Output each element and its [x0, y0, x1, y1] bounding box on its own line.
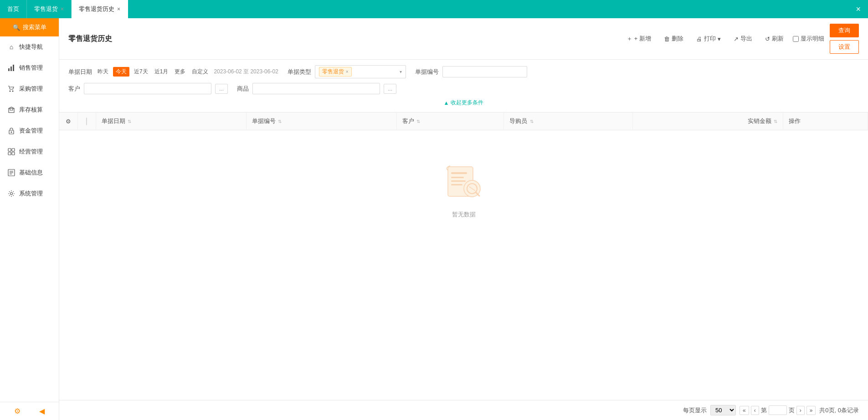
- top-bar: 首页 零售退货 × 零售退货历史 × ×: [0, 0, 868, 18]
- box-icon: [7, 106, 15, 114]
- tab-retail-return-history[interactable]: 零售退货历史 ×: [72, 0, 128, 18]
- data-table: ⚙ 单据日期 ⇅ 单据编号 ⇅: [59, 113, 868, 130]
- doc-type-select[interactable]: 零售退货 × ▾: [315, 65, 406, 78]
- sidebar-search[interactable]: 🔍 搜索菜单: [0, 18, 59, 36]
- empty-state: 暂无数据: [59, 130, 868, 246]
- table-check-header[interactable]: [77, 113, 96, 130]
- goods-input[interactable]: [252, 83, 380, 94]
- customer-ellipsis-btn[interactable]: ...: [215, 84, 228, 94]
- doc-type-tag-close[interactable]: ×: [346, 69, 349, 74]
- show-detail-checkbox[interactable]: 显示明细: [793, 35, 824, 43]
- customer-input[interactable]: [84, 83, 211, 94]
- svg-point-16: [10, 193, 13, 195]
- tab-retail-return[interactable]: 零售退货 ×: [27, 0, 72, 18]
- tab-retail-return-history-close[interactable]: ×: [117, 6, 120, 12]
- doc-type-label: 单据类型: [288, 68, 311, 76]
- first-page-btn[interactable]: «: [740, 406, 749, 415]
- query-button[interactable]: 查询: [830, 24, 859, 37]
- page-suffix: 页: [789, 406, 795, 415]
- info-icon: [7, 169, 15, 177]
- col-doc-no-sort: ⇅: [278, 119, 282, 124]
- svg-rect-0: [8, 68, 10, 71]
- date-opt-7days[interactable]: 近7天: [132, 67, 150, 77]
- sidebar-item-finance-label: 资金管理: [19, 127, 43, 135]
- doc-no-filter-item: 单据编号: [415, 66, 527, 77]
- last-page-btn[interactable]: »: [806, 406, 816, 415]
- svg-rect-10: [8, 152, 11, 155]
- svg-rect-19: [451, 177, 464, 178]
- tab-retail-return-label: 零售退货: [34, 5, 58, 13]
- collapse-button[interactable]: ▲ 收起更多条件: [444, 99, 484, 107]
- col-doc-no[interactable]: 单据编号 ⇅: [246, 113, 396, 130]
- date-opt-yesterday[interactable]: 昨天: [96, 67, 110, 77]
- delete-icon: 🗑: [664, 36, 670, 42]
- sidebar-item-quick-nav[interactable]: ⌂ 快捷导航: [0, 36, 59, 57]
- print-icon: 🖨: [696, 36, 702, 42]
- new-button[interactable]: ＋ + 新增: [623, 33, 655, 45]
- tab-home-label: 首页: [7, 5, 19, 13]
- set-button[interactable]: 设置: [830, 40, 859, 54]
- date-filter-label: 单据日期: [68, 68, 92, 76]
- date-opt-today[interactable]: 今天: [113, 67, 129, 77]
- customer-label: 客户: [68, 85, 80, 93]
- print-button[interactable]: 🖨 打印 ▾: [693, 33, 724, 45]
- export-button[interactable]: ↗ 导出: [730, 33, 756, 45]
- col-guide[interactable]: 导购员 ⇅: [504, 113, 633, 130]
- col-customer-sort: ⇅: [416, 119, 420, 124]
- sidebar-item-quick-nav-label: 快捷导航: [19, 43, 43, 51]
- svg-rect-2: [13, 65, 14, 71]
- next-page-btn[interactable]: ›: [796, 406, 805, 415]
- doc-type-filter-item: 单据类型 零售退货 × ▾: [288, 65, 406, 78]
- print-arrow: ▾: [718, 36, 721, 42]
- page-label: 第: [761, 406, 767, 415]
- sidebar-collapse-icon[interactable]: ◀: [39, 407, 45, 415]
- per-page-select[interactable]: 20 50 100: [710, 405, 736, 415]
- gear-icon: [7, 190, 15, 198]
- col-customer[interactable]: 客户 ⇅: [396, 113, 503, 130]
- tab-retail-return-close[interactable]: ×: [61, 6, 64, 12]
- select-all-checkbox[interactable]: [86, 118, 87, 125]
- sidebar-item-inventory-label: 库存核算: [19, 106, 43, 114]
- goods-filter-item: 商品 ...: [237, 83, 396, 94]
- sidebar-item-inventory[interactable]: 库存核算: [0, 99, 59, 120]
- sidebar-settings-icon[interactable]: ⚙: [14, 407, 21, 415]
- date-opt-more[interactable]: 更多: [173, 67, 187, 77]
- show-detail-input[interactable]: [793, 36, 799, 42]
- empty-state-text: 暂无数据: [452, 210, 476, 219]
- date-opt-custom[interactable]: 自定义: [190, 67, 210, 77]
- sidebar-item-finance-mgmt[interactable]: 资金管理: [0, 120, 59, 141]
- sidebar-item-sales-mgmt[interactable]: 销售管理: [0, 57, 59, 78]
- sidebar-item-purchase-mgmt[interactable]: 采购管理: [0, 78, 59, 99]
- doc-no-input[interactable]: [442, 66, 527, 77]
- table-settings-header[interactable]: ⚙: [59, 113, 77, 130]
- tab-home[interactable]: 首页: [0, 0, 27, 18]
- total-info: 共0页, 0条记录: [819, 406, 859, 415]
- svg-rect-11: [12, 152, 15, 155]
- sidebar-item-system-mgmt[interactable]: 系统管理: [0, 183, 59, 204]
- prev-page-btn[interactable]: ‹: [751, 406, 759, 415]
- svg-rect-8: [8, 149, 11, 151]
- svg-rect-21: [451, 184, 462, 185]
- date-opt-1month[interactable]: 近1月: [153, 67, 170, 77]
- col-doc-date-sort: ⇅: [128, 119, 131, 124]
- col-guide-label: 导购员: [509, 118, 527, 124]
- sidebar-search-label: 搜索菜单: [23, 23, 46, 31]
- goods-ellipsis-btn[interactable]: ...: [384, 84, 396, 94]
- pagination-bar: 每页显示 20 50 100 « ‹ 第 1 页 › » 共0页, 0条记录: [59, 400, 868, 420]
- table-container: ⚙ 单据日期 ⇅ 单据编号 ⇅: [59, 113, 868, 400]
- doc-type-tag: 零售退货 ×: [319, 67, 352, 77]
- delete-button[interactable]: 🗑 删除: [660, 33, 687, 45]
- col-doc-date[interactable]: 单据日期 ⇅: [96, 113, 246, 130]
- refresh-button[interactable]: ↺ 刷新: [761, 33, 787, 45]
- page-number-input[interactable]: 1: [769, 405, 787, 415]
- svg-rect-18: [451, 172, 467, 174]
- chart-icon: [7, 64, 15, 72]
- sidebar-item-basic-info[interactable]: 基础信息: [0, 162, 59, 183]
- per-page-label: 每页显示: [683, 406, 707, 415]
- col-actual-amount[interactable]: 实销金额 ⇅: [633, 113, 783, 130]
- filter-area: 单据日期 昨天 今天 近7天 近1月 更多 自定义 2023-06-02 至 2…: [59, 60, 868, 113]
- sidebar-item-operations-mgmt[interactable]: 经营管理: [0, 141, 59, 162]
- main-layout: 🔍 搜索菜单 ⌂ 快捷导航 销售管理: [0, 18, 868, 420]
- filter-row-2: 客户 ... 商品 ...: [68, 83, 859, 94]
- window-close-button[interactable]: ×: [848, 5, 868, 14]
